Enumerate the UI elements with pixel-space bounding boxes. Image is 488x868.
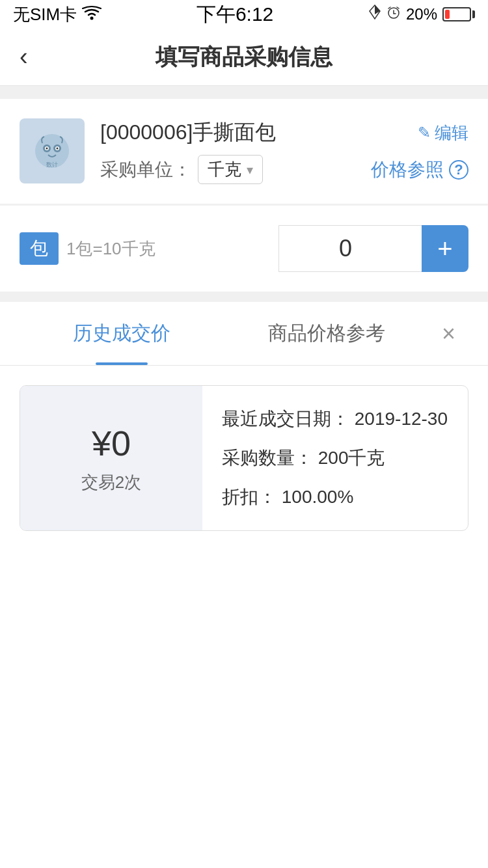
product-card: 数计 [0000006]手撕面包 ✎ 编辑 采购单位： 千克 ▾ — [0, 99, 488, 204]
alarm-icon — [386, 5, 401, 23]
recent-date-value: 2019-12-30 — [355, 409, 448, 429]
page-title: 填写商品采购信息 — [156, 42, 332, 72]
battery-percent: 20% — [406, 5, 437, 23]
svg-point-0 — [90, 16, 94, 20]
price-ref-label: 价格参照 — [371, 157, 444, 182]
edit-label: 编辑 — [435, 122, 468, 144]
tab-product-price-reference[interactable]: 商品价格参考 — [224, 302, 428, 365]
carrier-text: 无SIM卡 — [13, 3, 77, 26]
location-icon — [368, 5, 381, 24]
price-card: ¥0 交易2次 最近成交日期： 2019-12-30 采购数量： 200千克 折… — [20, 385, 468, 531]
product-full-name: [0000006]手撕面包 — [100, 118, 276, 147]
price-display: ¥0 — [92, 423, 131, 463]
edit-button[interactable]: ✎ 编辑 — [418, 122, 468, 144]
svg-text:数计: 数计 — [46, 161, 58, 168]
unit-select-dropdown[interactable]: 千克 ▾ — [198, 155, 263, 184]
product-unit-row: 采购单位： 千克 ▾ 价格参照 ? — [100, 155, 468, 184]
quantity-conversion-text: 1包=10千克 — [66, 237, 156, 260]
dropdown-arrow-icon: ▾ — [247, 162, 253, 178]
edit-icon: ✎ — [418, 124, 431, 142]
price-reference-button[interactable]: 价格参照 ? — [371, 157, 468, 182]
product-info: [0000006]手撕面包 ✎ 编辑 采购单位： 千克 ▾ 价格参照 ? — [100, 118, 468, 184]
product-name-row: [0000006]手撕面包 ✎ 编辑 — [100, 118, 468, 147]
product-image: 数计 — [20, 118, 85, 183]
discount-value: 100.00% — [282, 487, 354, 507]
svg-point-7 — [46, 148, 48, 150]
tab-history-price[interactable]: 历史成交价 — [20, 302, 224, 365]
purchase-quantity-value: 200千克 — [318, 448, 385, 468]
purchase-quantity-row: 采购数量： 200千克 — [222, 444, 448, 472]
tab-section: 历史成交价 商品价格参考 × ¥0 交易2次 最近成交日期： 2019-12-3… — [0, 302, 488, 550]
price-card-right: 最近成交日期： 2019-12-30 采购数量： 200千克 折扣： 100.0… — [202, 386, 468, 530]
product-top: 数计 [0000006]手撕面包 ✎ 编辑 采购单位： 千克 ▾ — [20, 118, 468, 184]
tab-close-button[interactable]: × — [429, 307, 468, 360]
divider — [0, 292, 488, 302]
recent-date-label: 最近成交日期： — [222, 409, 349, 429]
price-ref-help-icon: ? — [449, 160, 468, 180]
bottom-area — [0, 550, 488, 868]
status-bar: 无SIM卡 下午6:12 20% — [0, 0, 488, 29]
tab-product-price-label: 商品价格参考 — [268, 322, 385, 344]
trade-count-text: 交易2次 — [81, 471, 141, 494]
discount-row: 折扣： 100.00% — [222, 483, 448, 511]
purchase-quantity-label: 采购数量： — [222, 448, 313, 468]
discount-label: 折扣： — [222, 487, 277, 507]
quantity-label-group: 包 1包=10千克 — [20, 232, 156, 265]
nav-bar: ‹ 填写商品采购信息 — [0, 29, 488, 86]
status-right: 20% — [368, 5, 475, 24]
status-time: 下午6:12 — [197, 1, 273, 28]
price-card-left: ¥0 交易2次 — [20, 386, 202, 530]
history-price-content: ¥0 交易2次 最近成交日期： 2019-12-30 采购数量： 200千克 折… — [0, 366, 488, 550]
tab-history-price-label: 历史成交价 — [73, 322, 170, 344]
unit-label-group: 采购单位： 千克 ▾ — [100, 155, 263, 184]
tab-active-underline — [96, 362, 148, 365]
quantity-unit-badge: 包 — [20, 232, 59, 265]
quantity-section: 包 1包=10千克 + — [0, 205, 488, 292]
quantity-increment-button[interactable]: + — [422, 225, 468, 272]
unit-value: 千克 — [208, 158, 241, 181]
quantity-input[interactable] — [278, 225, 422, 272]
battery-icon — [442, 7, 475, 21]
svg-point-8 — [57, 148, 59, 150]
status-left: 无SIM卡 — [13, 3, 102, 26]
back-button[interactable]: ‹ — [20, 43, 59, 71]
unit-label-text: 采购单位： — [100, 157, 191, 182]
recent-date-row: 最近成交日期： 2019-12-30 — [222, 405, 448, 433]
quantity-input-group: + — [278, 225, 468, 272]
tab-bar: 历史成交价 商品价格参考 × — [0, 302, 488, 366]
wifi-icon — [82, 5, 102, 25]
